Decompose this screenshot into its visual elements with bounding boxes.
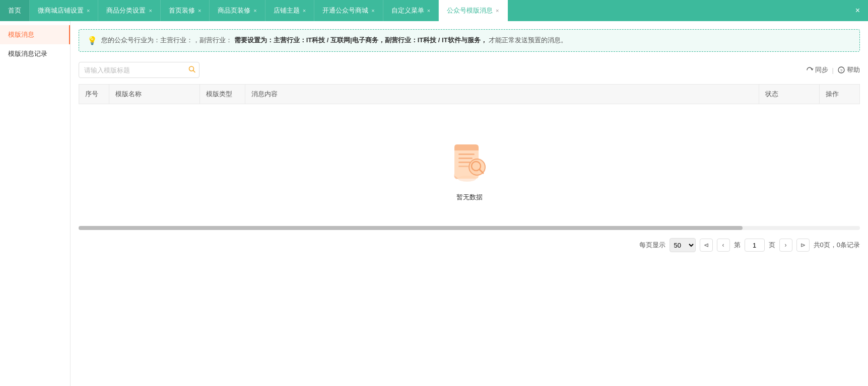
bulb-icon: 💡 bbox=[87, 36, 97, 45]
page-number-input[interactable] bbox=[745, 239, 765, 252]
tab-shop-theme[interactable]: 店铺主题 × bbox=[265, 0, 314, 21]
col-header-type: 模版类型 bbox=[200, 85, 245, 104]
toolbar-right: 同步 | ? 帮助 bbox=[806, 65, 860, 74]
svg-rect-7 bbox=[458, 162, 471, 163]
close-home-decor[interactable]: × bbox=[198, 8, 201, 14]
tab-open-mall[interactable]: 开通公众号商城 × bbox=[314, 0, 383, 21]
tab-product-decor-label: 商品页装修 bbox=[218, 6, 250, 15]
help-button[interactable]: ? 帮助 bbox=[838, 65, 860, 74]
tab-category-label: 商品分类设置 bbox=[106, 6, 146, 15]
total-info: 共0页，0条记录 bbox=[814, 241, 860, 250]
empty-state-row: 暂无数据 bbox=[79, 104, 860, 222]
search-bar: 同步 | ? 帮助 bbox=[79, 62, 860, 78]
tab-open-mall-label: 开通公众号商城 bbox=[322, 6, 368, 15]
notice-bold: 需要设置为：主营行业：IT科技 / 互联网|电子商务，副营行业：IT科技 / I… bbox=[234, 36, 487, 44]
close-category[interactable]: × bbox=[149, 8, 152, 14]
page-prefix: 第 bbox=[734, 241, 741, 250]
data-table: 序号 模版名称 模版类型 消息内容 状态 操作 bbox=[79, 84, 860, 222]
empty-state: 暂无数据 bbox=[79, 104, 860, 222]
tab-custom-menu-label: 自定义菜单 bbox=[391, 6, 424, 15]
tab-custom-menu[interactable]: 自定义菜单 × bbox=[383, 0, 439, 21]
help-icon: ? bbox=[838, 66, 845, 73]
svg-rect-8 bbox=[458, 166, 469, 167]
main-content: 💡 您的公众号行业为：主营行业：，副营行业： 需要设置为：主营行业：IT科技 /… bbox=[71, 21, 868, 386]
close-all-button[interactable]: × bbox=[847, 6, 868, 15]
tab-product-decor[interactable]: 商品页装修 × bbox=[210, 0, 265, 21]
help-label: 帮助 bbox=[847, 65, 860, 74]
svg-rect-6 bbox=[458, 158, 473, 159]
search-icon bbox=[188, 66, 195, 73]
tab-micro-shop[interactable]: 微商城店铺设置 × bbox=[30, 0, 98, 21]
first-page-button[interactable]: ⊲ bbox=[700, 239, 713, 252]
page-suffix: 页 bbox=[769, 241, 775, 250]
tab-home-decor-label: 首页装修 bbox=[169, 6, 195, 15]
search-button[interactable] bbox=[188, 66, 195, 74]
svg-line-1 bbox=[193, 70, 195, 72]
empty-illustration bbox=[444, 134, 495, 185]
search-input[interactable] bbox=[79, 62, 199, 78]
close-open-mall[interactable]: × bbox=[371, 8, 374, 14]
sidebar: 模版消息 模版消息记录 bbox=[0, 21, 71, 386]
tab-micro-shop-label: 微商城店铺设置 bbox=[38, 6, 84, 15]
scroll-thumb[interactable] bbox=[79, 226, 743, 230]
close-custom-menu[interactable]: × bbox=[427, 8, 430, 14]
close-micro-shop[interactable]: × bbox=[87, 8, 90, 14]
notice-suffix: 才能正常发送预置的消息。 bbox=[489, 36, 567, 44]
close-product-decor[interactable]: × bbox=[253, 8, 256, 14]
horizontal-scrollbar[interactable] bbox=[79, 226, 860, 230]
notice-text: 您的公众号行业为：主营行业：，副营行业： 需要设置为：主营行业：IT科技 / 互… bbox=[101, 36, 567, 45]
prev-page-button[interactable]: ‹ bbox=[717, 239, 730, 252]
tab-template-msg[interactable]: 公众号模版消息 × bbox=[439, 0, 507, 21]
notice-box: 💡 您的公众号行业为：主营行业：，副营行业： 需要设置为：主营行业：IT科技 /… bbox=[79, 29, 860, 52]
layout: 模版消息 模版消息记录 💡 您的公众号行业为：主营行业：，副营行业： 需要设置为… bbox=[0, 21, 868, 386]
tab-category[interactable]: 商品分类设置 × bbox=[98, 0, 160, 21]
close-template-msg[interactable]: × bbox=[496, 8, 499, 14]
col-header-index: 序号 bbox=[79, 85, 109, 104]
last-page-button[interactable]: ⊳ bbox=[796, 239, 810, 252]
svg-rect-5 bbox=[458, 153, 475, 155]
tab-shop-theme-label: 店铺主题 bbox=[274, 6, 300, 15]
page-size-select[interactable]: 50 10 20 100 bbox=[670, 238, 696, 252]
empty-text: 暂无数据 bbox=[456, 193, 483, 202]
notice-prefix: 您的公众号行业为：主营行业：，副营行业： bbox=[101, 36, 232, 44]
sync-button[interactable]: 同步 bbox=[806, 65, 828, 74]
tab-home-decor[interactable]: 首页装修 × bbox=[161, 0, 210, 21]
search-input-wrap bbox=[79, 62, 199, 78]
col-header-content: 消息内容 bbox=[245, 85, 759, 104]
close-shop-theme[interactable]: × bbox=[303, 8, 306, 14]
table-header-row: 序号 模版名称 模版类型 消息内容 状态 操作 bbox=[79, 85, 860, 104]
svg-text:?: ? bbox=[840, 68, 843, 73]
col-header-status: 状态 bbox=[759, 85, 820, 104]
tab-home-label: 首页 bbox=[8, 6, 21, 15]
sidebar-item-template-record[interactable]: 模版消息记录 bbox=[0, 44, 70, 63]
tab-template-msg-label: 公众号模版消息 bbox=[447, 6, 493, 15]
sidebar-item-template-message-label: 模版消息 bbox=[8, 31, 34, 38]
sync-label: 同步 bbox=[815, 65, 828, 74]
col-header-action: 操作 bbox=[820, 85, 860, 104]
sync-icon bbox=[806, 66, 813, 73]
top-nav: 首页 微商城店铺设置 × 商品分类设置 × 首页装修 × 商品页装修 × 店铺主… bbox=[0, 0, 868, 21]
next-page-button[interactable]: › bbox=[779, 239, 792, 252]
sidebar-item-template-record-label: 模版消息记录 bbox=[8, 50, 47, 57]
toolbar-divider: | bbox=[832, 66, 834, 74]
col-header-name: 模版名称 bbox=[109, 85, 200, 104]
tab-home[interactable]: 首页 bbox=[0, 0, 30, 21]
page-size-label: 每页显示 bbox=[639, 241, 665, 250]
pagination: 每页显示 50 10 20 100 ⊲ ‹ 第 页 › ⊳ 共0页，0条记录 bbox=[79, 234, 860, 256]
sidebar-item-template-message[interactable]: 模版消息 bbox=[0, 25, 70, 44]
